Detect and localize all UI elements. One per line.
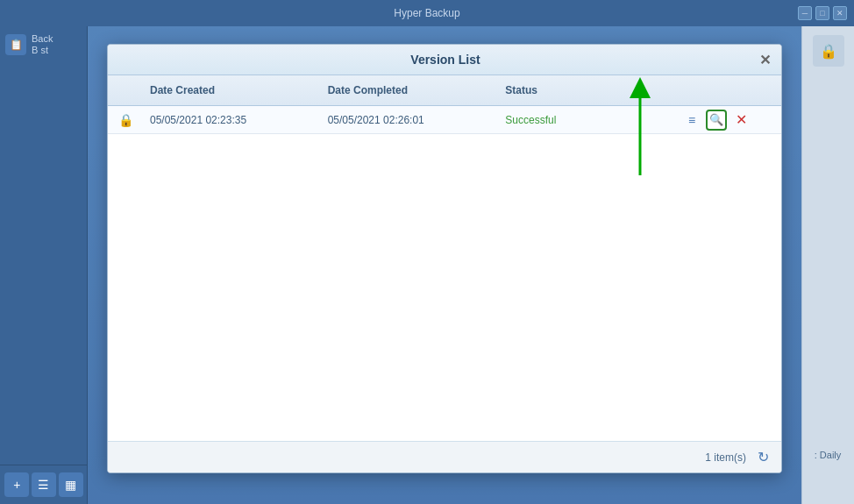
modal-titlebar: Version List ✕ xyxy=(108,45,781,75)
row-status: Successful xyxy=(498,109,676,131)
sidebar-bottom: + ☰ ▦ xyxy=(0,465,88,504)
modal-close-button[interactable]: ✕ xyxy=(757,52,772,67)
col-icon xyxy=(108,81,143,100)
row-browse-button[interactable]: 🔍 xyxy=(706,110,727,131)
app-topbar: Hyper Backup ─ □ ✕ xyxy=(0,0,854,26)
sidebar-item-backup[interactable]: 📋 Back B st xyxy=(0,26,87,63)
close-button[interactable]: ✕ xyxy=(833,6,847,20)
restore-button[interactable]: □ xyxy=(815,6,829,20)
row-date-created: 05/05/2021 02:23:35 xyxy=(143,109,321,131)
sidebar: 📋 Back B st + ☰ ▦ xyxy=(0,26,88,504)
table-row: 🔒 05/05/2021 02:23:35 05/05/2021 02:26:0… xyxy=(108,106,781,134)
version-list-modal: Version List ✕ Date Created Date Complet… xyxy=(107,44,782,473)
app-title: Hyper Backup xyxy=(394,7,459,19)
list-view-button[interactable]: ☰ xyxy=(32,472,56,497)
minimize-button[interactable]: ─ xyxy=(798,6,812,20)
col-status: Status xyxy=(498,81,676,100)
modal-overlay: Version List ✕ Date Created Date Complet… xyxy=(88,26,801,504)
col-actions xyxy=(676,81,781,100)
table-header: Date Created Date Completed Status xyxy=(108,75,781,106)
modal-footer: 1 item(s) ↻ xyxy=(108,441,781,472)
row-lock-icon: 🔒 xyxy=(108,108,143,132)
row-delete-button[interactable]: ✕ xyxy=(730,110,751,131)
row-date-completed: 05/05/2021 02:26:01 xyxy=(321,109,499,131)
backup-icon: 📋 xyxy=(5,34,26,55)
right-panel: 🔒 : Daily xyxy=(801,26,854,504)
item-count: 1 item(s) xyxy=(705,451,746,464)
sidebar-item-label: Back B st xyxy=(32,33,53,56)
col-date-completed: Date Completed xyxy=(321,81,499,100)
table-empty-area xyxy=(108,134,781,441)
refresh-button[interactable]: ↻ xyxy=(753,448,772,467)
col-date-created: Date Created xyxy=(143,81,321,100)
row-actions: ≡ 🔍 ✕ xyxy=(676,110,781,131)
grid-view-button[interactable]: ▦ xyxy=(59,472,83,497)
version-table: Date Created Date Completed Status 🔒 05/… xyxy=(108,75,781,441)
row-list-button[interactable]: ≡ xyxy=(681,110,702,131)
right-panel-lock-icon[interactable]: 🔒 xyxy=(813,35,844,67)
modal-title: Version List xyxy=(134,53,757,67)
right-panel-schedule-label: : Daily xyxy=(805,450,850,460)
topbar-controls: ─ □ ✕ xyxy=(798,6,847,20)
add-button[interactable]: + xyxy=(4,472,29,497)
